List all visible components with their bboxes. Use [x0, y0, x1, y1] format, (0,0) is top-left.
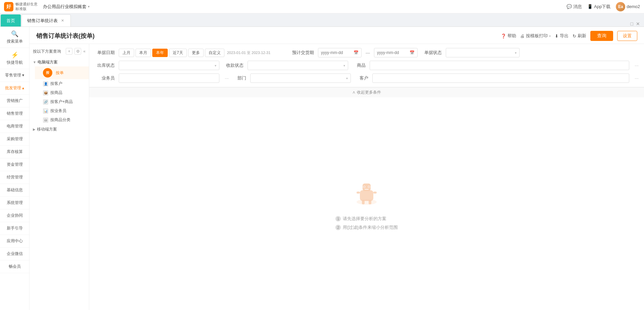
- custom-btn[interactable]: 自定义: [205, 49, 224, 57]
- customer-input-field[interactable]: [375, 76, 627, 81]
- scheme-by-goods[interactable]: 📦 按商品: [35, 88, 89, 97]
- scheme-by-order[interactable]: 按 按单: [35, 66, 89, 79]
- user-profile[interactable]: Ea demo2: [616, 2, 640, 11]
- expected-date-to-input[interactable]: [377, 50, 410, 55]
- query-button[interactable]: 查询: [590, 31, 613, 41]
- print-icon: 🖨: [520, 34, 525, 39]
- retail-label: 零售管理 ▾: [5, 72, 24, 78]
- tab-order-stat-label: 销售订单统计表: [27, 18, 58, 24]
- last-month-btn[interactable]: 上月: [119, 49, 134, 57]
- logo-text: 畅捷通好生意 标准版: [15, 2, 38, 11]
- dept-arrow-icon: ▾: [346, 76, 348, 80]
- status-select[interactable]: ▾: [446, 48, 520, 57]
- main-layout: 🔍 搜索菜单 ⚡ 快捷导航 零售管理 ▾ 批发管理 ▴ 营销推广 销售管理 电商…: [0, 27, 644, 310]
- sidebar-item-marketing[interactable]: 营销推广: [0, 95, 29, 107]
- delivery-arrow-icon: ▾: [215, 64, 216, 67]
- delivery-select[interactable]: ▾: [119, 61, 219, 70]
- message-icon: 💬: [567, 4, 572, 9]
- settings-button[interactable]: 设置: [617, 31, 637, 41]
- workspace-selector[interactable]: 办公用品行业模拟账套 ▾: [40, 4, 92, 10]
- staff-input[interactable]: [119, 73, 219, 83]
- collapse-panel-btn[interactable]: «: [83, 49, 86, 54]
- goods-label: 商品: [352, 62, 366, 68]
- right-main: 单据日期 上月 本月 本年 近7天 更多 自定义 2023-01-01 至 20…: [89, 44, 644, 310]
- refresh-btn[interactable]: ↻ 刷新: [573, 33, 586, 39]
- staff-scheme-icon: 📊: [43, 108, 48, 114]
- cust-goods-scheme-icon: 🔗: [43, 99, 48, 105]
- calendar-to-icon: 📅: [410, 50, 415, 55]
- sidebar-item-wechat[interactable]: 企业微信: [0, 248, 29, 260]
- this-month-btn[interactable]: 本月: [136, 49, 151, 57]
- export-icon: ⬇: [555, 34, 558, 39]
- export-btn[interactable]: ⬇ 导出: [555, 33, 569, 39]
- sidebar-item-ecom[interactable]: 电商管理: [0, 120, 29, 133]
- sidebar-item-member[interactable]: 畅会员: [0, 260, 29, 273]
- message-btn[interactable]: 💬 消息: [567, 4, 582, 10]
- sidebar-item-newbie[interactable]: 新手引导: [0, 222, 29, 235]
- more-btn[interactable]: 更多: [188, 49, 204, 57]
- date-dash: —: [366, 50, 370, 55]
- left-panel-header: 按以下方案查询 + ⚙ «: [30, 47, 89, 57]
- app-download-btn[interactable]: 📱 App下载: [587, 4, 610, 10]
- sidebar-item-ops[interactable]: 经营管理: [0, 171, 29, 184]
- content-area: 销售订单统计表(按单) ❓ 帮助 🖨 按模板打印 ▾ ⬇ 导出 ↻ 刷新: [30, 27, 644, 310]
- tab-home[interactable]: 首页: [1, 14, 21, 27]
- goods-input-field[interactable]: [373, 63, 626, 68]
- page-title: 销售订单统计表(按单): [36, 32, 95, 40]
- empty-state-illustration: [350, 177, 383, 210]
- tab-close-icon[interactable]: ✕: [60, 18, 65, 23]
- mobile-section[interactable]: ▶ 移动端方案: [30, 125, 89, 134]
- last-7-btn[interactable]: 近7天: [169, 49, 187, 57]
- window-close-icon[interactable]: ✕: [636, 21, 640, 27]
- tab-bar-right: □ ✕: [627, 21, 644, 27]
- sidebar-item-appcenter[interactable]: 应用中心: [0, 235, 29, 248]
- svg-rect-1: [360, 190, 373, 201]
- edit-scheme-btn[interactable]: ⚙: [74, 48, 81, 55]
- mobile-expand-icon: ▶: [33, 127, 36, 131]
- this-year-btn[interactable]: 本年: [152, 49, 168, 57]
- calendar-from-icon: 📅: [354, 50, 359, 55]
- expected-date-from[interactable]: 📅: [318, 48, 362, 57]
- help-btn[interactable]: ❓ 帮助: [501, 33, 516, 39]
- customer-label: 客户: [355, 75, 368, 81]
- scheme-by-cust-goods[interactable]: 🔗 按客户+商品: [35, 97, 89, 106]
- scheme-by-staff[interactable]: 📊 按业务员: [35, 106, 89, 115]
- expected-date-from-input[interactable]: [321, 50, 354, 55]
- page-actions: ❓ 帮助 🖨 按模板打印 ▾ ⬇ 导出 ↻ 刷新 查询 设置: [501, 31, 637, 41]
- sidebar-item-basic[interactable]: 基础信息: [0, 184, 29, 197]
- print-btn[interactable]: 🖨 按模板打印 ▾: [520, 33, 551, 39]
- scheme-by-customer[interactable]: 👤 按客户: [35, 79, 89, 88]
- tab-order-stat[interactable]: 销售订单统计表 ✕: [21, 14, 71, 27]
- window-restore-icon[interactable]: □: [631, 21, 633, 27]
- date-button-group: 上月 本月 本年 近7天 更多 自定义 2023-01-01 至 2023-12…: [119, 49, 286, 57]
- staff-more-icon[interactable]: ···: [225, 75, 229, 81]
- dept-select[interactable]: ▾: [250, 73, 351, 83]
- goods-input[interactable]: [370, 61, 629, 70]
- pc-section-header[interactable]: ▼ 电脑端方案: [30, 58, 89, 66]
- logo-area: 好 畅捷通好生意 标准版: [4, 2, 38, 11]
- sidebar-item-collab[interactable]: 企业协同: [0, 209, 29, 222]
- customer-input[interactable]: [372, 73, 630, 83]
- avatar: Ea: [616, 2, 625, 11]
- sidebar-item-inventory[interactable]: 库存核算: [0, 146, 29, 158]
- sidebar-item-sales[interactable]: 销售管理: [0, 107, 29, 120]
- sidebar-item-shortcut[interactable]: ⚡ 快捷导航: [0, 48, 29, 69]
- staff-input-field[interactable]: [122, 76, 216, 81]
- add-scheme-btn[interactable]: +: [66, 48, 72, 55]
- sidebar-item-wholesale[interactable]: 批发管理 ▴: [0, 82, 29, 95]
- left-panel: 按以下方案查询 + ⚙ « ▼ 电脑端方案 按: [30, 44, 89, 310]
- expected-date-to[interactable]: 📅: [374, 48, 418, 57]
- sidebar-item-system[interactable]: 系统管理: [0, 197, 29, 209]
- sidebar-item-purchase[interactable]: 采购管理: [0, 133, 29, 146]
- sidebar-item-search[interactable]: 🔍 搜索菜单: [0, 27, 29, 48]
- sidebar-item-finance[interactable]: 资金管理: [0, 158, 29, 171]
- customer-more-icon[interactable]: ···: [635, 75, 639, 81]
- sidebar-item-retail[interactable]: 零售管理 ▾: [0, 69, 29, 82]
- collapse-filter-bar[interactable]: ∧ 收起更多条件: [89, 87, 644, 97]
- scheme-by-category[interactable]: 🗂 按商品分类: [35, 115, 89, 124]
- goods-more-icon[interactable]: ···: [635, 63, 639, 68]
- status-label: 单据状态: [422, 50, 442, 56]
- top-right: 💬 消息 📱 App下载 Ea demo2: [567, 2, 640, 11]
- payment-select[interactable]: ▾: [248, 61, 348, 70]
- tip-num-1: 1: [335, 216, 341, 221]
